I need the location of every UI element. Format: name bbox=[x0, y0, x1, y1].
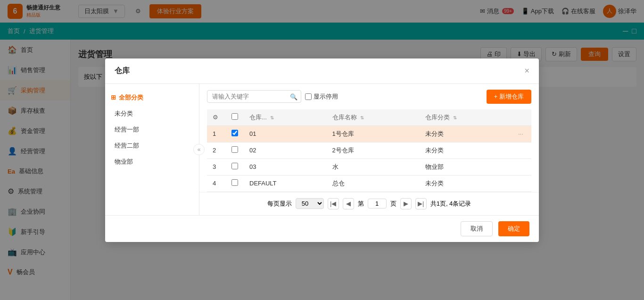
row-checkbox-cell bbox=[226, 142, 244, 158]
collapse-button[interactable]: « bbox=[193, 144, 205, 155]
row-name: 1号仓库 bbox=[327, 125, 420, 142]
add-warehouse-button[interactable]: + 新增仓库 bbox=[487, 90, 531, 104]
row-dots[interactable] bbox=[512, 175, 531, 192]
row-num: 1 bbox=[207, 125, 226, 142]
per-page-label: 每页显示 bbox=[267, 200, 292, 208]
first-page-button[interactable]: |◀ bbox=[328, 198, 339, 209]
select-all-checkbox[interactable] bbox=[231, 113, 238, 120]
row-category: 未分类 bbox=[420, 142, 512, 158]
row-checkbox[interactable] bbox=[231, 163, 238, 169]
category-header: ⊞ 全部分类 bbox=[105, 90, 199, 106]
row-num: 4 bbox=[207, 175, 226, 192]
next-page-button[interactable]: ▶ bbox=[400, 198, 412, 209]
table-row[interactable]: 4 DEFAULT 总仓 未分类 bbox=[207, 175, 531, 192]
category-panel: ⊞ 全部分类 « 未分类 经营一部 经营二部 物业部 bbox=[105, 84, 199, 215]
table-row[interactable]: 1 01 1号仓库 未分类 ··· bbox=[207, 125, 531, 142]
category-item-dept1[interactable]: 经营一部 bbox=[105, 122, 199, 138]
modal-close-button[interactable]: × bbox=[524, 66, 529, 76]
row-category: 物业部 bbox=[420, 158, 512, 175]
search-input[interactable] bbox=[207, 90, 301, 103]
col-name: 仓库名称 ⇅ bbox=[327, 109, 420, 126]
col-actions bbox=[512, 109, 531, 126]
col-code: 仓库... ⇅ bbox=[244, 109, 327, 126]
row-checkbox[interactable] bbox=[231, 146, 238, 153]
row-code: 03 bbox=[244, 158, 327, 175]
row-dots[interactable]: ··· bbox=[512, 125, 531, 142]
page-number-input[interactable] bbox=[368, 199, 387, 208]
modal-overlay: 仓库 × ⊞ 全部分类 « 未分类 经营一部 经营二部 物业部 bbox=[0, 0, 644, 300]
search-icon[interactable]: 🔍 bbox=[290, 93, 297, 100]
category-item-unclassified[interactable]: 未分类 bbox=[105, 106, 199, 122]
row-code: DEFAULT bbox=[244, 175, 327, 192]
cancel-button[interactable]: 取消 bbox=[461, 221, 493, 236]
row-name: 2号仓库 bbox=[327, 142, 420, 158]
table-wrap: ⚙ 仓库... ⇅ 仓库名称 bbox=[199, 109, 539, 192]
col-category: 仓库分类 ⇅ bbox=[420, 109, 512, 126]
table-header-row: ⚙ 仓库... ⇅ 仓库名称 bbox=[207, 109, 531, 126]
row-name: 水 bbox=[327, 158, 420, 175]
col-checkbox bbox=[226, 109, 244, 126]
search-wrap: 🔍 bbox=[207, 90, 301, 103]
row-category: 未分类 bbox=[420, 125, 512, 142]
row-num: 3 bbox=[207, 158, 226, 175]
per-page-select[interactable]: 50 100 200 bbox=[296, 198, 324, 209]
warehouse-table: ⚙ 仓库... ⇅ 仓库名称 bbox=[207, 109, 531, 192]
warehouse-modal: 仓库 × ⊞ 全部分类 « 未分类 经营一部 经营二部 物业部 bbox=[105, 58, 539, 242]
category-item-dept2[interactable]: 经营二部 bbox=[105, 138, 199, 154]
row-code: 02 bbox=[244, 142, 327, 158]
category-item-property[interactable]: 物业部 bbox=[105, 154, 199, 170]
table-row[interactable]: 2 02 2号仓库 未分类 bbox=[207, 142, 531, 158]
row-actions-icon[interactable]: ··· bbox=[518, 130, 523, 137]
modal-footer: 取消 确定 bbox=[105, 215, 539, 242]
pagination: 每页显示 50 100 200 |◀ ◀ 第 页 ▶ ▶| 共1页, 4条记录 bbox=[199, 192, 539, 215]
last-page-button[interactable]: ▶| bbox=[415, 198, 427, 209]
sort-icon-code: ⇅ bbox=[270, 115, 274, 120]
row-category: 未分类 bbox=[420, 175, 512, 192]
row-checkbox[interactable] bbox=[231, 179, 238, 186]
grid-icon: ⊞ bbox=[111, 94, 116, 101]
col-settings: ⚙ bbox=[207, 109, 226, 126]
total-info: 共1页, 4条记录 bbox=[430, 200, 471, 208]
show-disabled-checkbox-wrap[interactable]: 显示停用 bbox=[305, 92, 338, 101]
sort-icon-name: ⇅ bbox=[360, 115, 364, 120]
show-disabled-checkbox[interactable] bbox=[305, 93, 312, 100]
modal-body: ⊞ 全部分类 « 未分类 经营一部 经营二部 物业部 🔍 bbox=[105, 84, 539, 215]
row-num: 2 bbox=[207, 142, 226, 158]
row-checkbox-cell bbox=[226, 158, 244, 175]
page-label: 第 bbox=[358, 200, 364, 208]
warehouse-table-panel: 🔍 显示停用 + 新增仓库 ⚙ bbox=[199, 84, 539, 215]
table-toolbar: 🔍 显示停用 + 新增仓库 bbox=[199, 84, 539, 109]
table-row[interactable]: 3 03 水 物业部 bbox=[207, 158, 531, 175]
row-checkbox-cell bbox=[226, 125, 244, 142]
modal-title: 仓库 bbox=[115, 66, 130, 76]
row-dots[interactable] bbox=[512, 158, 531, 175]
row-checkbox[interactable] bbox=[231, 130, 238, 136]
sort-icon-category: ⇅ bbox=[453, 115, 457, 120]
row-checkbox-cell bbox=[226, 175, 244, 192]
modal-header: 仓库 × bbox=[105, 58, 539, 84]
row-name: 总仓 bbox=[327, 175, 420, 192]
page-suffix: 页 bbox=[390, 200, 396, 208]
row-code: 01 bbox=[244, 125, 327, 142]
prev-page-button[interactable]: ◀ bbox=[343, 198, 354, 209]
confirm-button[interactable]: 确定 bbox=[498, 221, 529, 236]
row-dots[interactable] bbox=[512, 142, 531, 158]
